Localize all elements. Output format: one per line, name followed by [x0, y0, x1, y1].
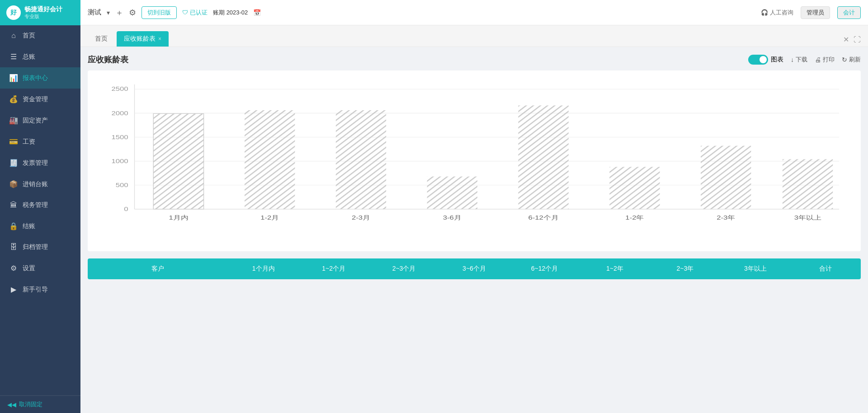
consult-btn[interactable]: 🎧 人工咨询: [761, 9, 793, 17]
settings-icon[interactable]: ⚙: [129, 8, 136, 18]
sidebar-item-trade[interactable]: 📦进销台账: [0, 174, 80, 195]
table-col-客户: 客户: [88, 258, 228, 279]
asset-icon: 🏭: [9, 116, 18, 125]
sidebar-label-archive: 归档管理: [23, 243, 48, 251]
svg-text:2-3月: 2-3月: [352, 215, 370, 221]
sidebar-label-ledger: 总账: [23, 53, 35, 61]
content-area: 应收账龄表 图表 ↓ 下载 🖨 打印 ↻: [80, 47, 868, 413]
sidebar-label-close: 结账: [23, 222, 35, 230]
download-icon: ↓: [791, 56, 794, 63]
print-btn[interactable]: 🖨 打印: [815, 56, 835, 64]
sidebar-item-guide[interactable]: ▶新手引导: [0, 279, 80, 300]
refresh-icon: ↻: [842, 56, 847, 63]
sidebar-item-fund[interactable]: 💰资金管理: [0, 89, 80, 110]
svg-text:0: 0: [124, 206, 128, 212]
download-btn[interactable]: ↓ 下载: [791, 56, 807, 64]
sidebar-label-payroll: 工资: [23, 138, 35, 146]
sidebar-item-close[interactable]: 🔒结账: [0, 216, 80, 237]
table-container: 客户1个月内1~2个月2~3个月3~6个月6~12个月1~2年2~3年3年以上合…: [88, 258, 861, 279]
manager-btn[interactable]: 管理员: [801, 6, 830, 19]
table-col-2~3个月: 2~3个月: [369, 258, 439, 279]
sidebar-item-payroll[interactable]: 💳工资: [0, 131, 80, 152]
sidebar-label-asset: 固定资产: [23, 117, 48, 125]
report-icon: 📊: [9, 74, 18, 82]
tabbar-right: ✕ ⛶: [843, 35, 861, 47]
tab-home[interactable]: 首页: [88, 31, 115, 47]
logo-area: 好 畅捷通好会计 专业版: [0, 0, 80, 25]
bar-chart: 0 500 1000 1500 2000 2500: [97, 80, 852, 233]
tax-icon: 🏛: [9, 201, 18, 209]
svg-text:2000: 2000: [111, 110, 128, 116]
pin-icon: ◀◀: [7, 401, 16, 408]
archive-icon: 🗄: [9, 243, 18, 251]
svg-rect-18: [518, 105, 568, 209]
svg-text:6-12个月: 6-12个月: [528, 215, 559, 221]
sidebar-item-archive[interactable]: 🗄归档管理: [0, 237, 80, 258]
chart-toggle-wrap: 图表: [748, 55, 783, 65]
fund-icon: 💰: [9, 95, 18, 103]
svg-text:500: 500: [116, 182, 128, 188]
shield-icon: 🛡: [182, 9, 188, 16]
page-actions: 图表 ↓ 下载 🖨 打印 ↻ 刷新: [748, 55, 861, 65]
chart-toggle[interactable]: [748, 55, 768, 65]
tabbar: 首页应收账龄表× ✕ ⛶: [80, 25, 868, 47]
period-label: 账期 2023-02: [213, 9, 248, 17]
table-col-1~2年: 1~2年: [580, 258, 650, 279]
settings-icon: ⚙: [9, 264, 18, 272]
logo-text: 畅捷通好会计 专业版: [24, 5, 62, 20]
topbar: 测试 ▾ ＋ ⚙ 切到旧版 🛡 已认证 账期 2023-02 📅 🎧 人工咨询 …: [80, 0, 868, 25]
svg-text:1000: 1000: [111, 158, 128, 164]
accountant-btn[interactable]: 会计: [837, 6, 861, 19]
table-col-1个月内: 1个月内: [228, 258, 298, 279]
add-button[interactable]: ＋: [115, 7, 123, 18]
ledger-icon: ☰: [9, 52, 18, 61]
guide-icon: ▶: [9, 285, 18, 294]
sidebar-label-guide: 新手引导: [23, 286, 48, 294]
close-window-icon[interactable]: ✕: [843, 35, 849, 44]
page-content: 应收账龄表 图表 ↓ 下载 🖨 打印 ↻: [80, 47, 868, 413]
sidebar-item-tax[interactable]: 🏛税务管理: [0, 195, 80, 216]
expand-icon[interactable]: ⛶: [854, 36, 861, 44]
tab-aging[interactable]: 应收账龄表×: [117, 31, 169, 47]
cancel-fixed-btn[interactable]: ◀◀ 取消固定: [0, 395, 80, 413]
page-header: 应收账龄表 图表 ↓ 下载 🖨 打印 ↻: [88, 54, 861, 65]
svg-rect-14: [153, 113, 203, 209]
table-header: 客户1个月内1~2个月2~3个月3~6个月6~12个月1~2年2~3年3年以上合…: [88, 258, 861, 279]
sidebar-item-invoice[interactable]: 🧾发票管理: [0, 152, 80, 174]
svg-text:1-2月: 1-2月: [260, 215, 279, 221]
svg-text:3年以上: 3年以上: [794, 215, 821, 221]
sidebar-item-home[interactable]: ⌂首页: [0, 25, 80, 46]
workspace-dropdown[interactable]: ▾: [107, 9, 110, 16]
svg-text:2500: 2500: [111, 86, 128, 92]
calendar-icon[interactable]: 📅: [253, 9, 261, 16]
trade-icon: 📦: [9, 180, 18, 188]
chart-wrap: 0 500 1000 1500 2000 2500: [97, 80, 852, 233]
home-icon: ⌂: [9, 32, 18, 40]
sidebar-item-report[interactable]: 📊报表中心: [0, 67, 80, 89]
svg-rect-21: [783, 159, 833, 209]
svg-text:1-2年: 1-2年: [625, 215, 644, 221]
topbar-right: 🎧 人工咨询 管理员 会计: [761, 6, 861, 19]
table-col-3~6个月: 3~6个月: [439, 258, 509, 279]
sidebar-scroll: ⌂首页☰总账📊报表中心💰资金管理🏭固定资产💳工资🧾发票管理📦进销台账🏛税务管理🔒…: [0, 25, 80, 395]
refresh-btn[interactable]: ↻ 刷新: [842, 56, 861, 64]
invoice-icon: 🧾: [9, 159, 18, 167]
sidebar-label-trade: 进销台账: [23, 180, 48, 188]
sidebar-label-invoice: 发票管理: [23, 159, 48, 167]
tab-close-aging[interactable]: ×: [158, 36, 161, 42]
tab-label-home: 首页: [95, 35, 108, 43]
table-col-2~3年: 2~3年: [650, 258, 720, 279]
table-col-3年以上: 3年以上: [720, 258, 790, 279]
sidebar: 好 畅捷通好会计 专业版 ⌂首页☰总账📊报表中心💰资金管理🏭固定资产💳工资🧾发票…: [0, 0, 80, 413]
svg-rect-20: [701, 146, 751, 209]
svg-text:1月内: 1月内: [169, 215, 188, 221]
table-col-合计: 合计: [791, 258, 861, 279]
sidebar-item-settings[interactable]: ⚙设置: [0, 258, 80, 279]
table-col-6~12个月: 6~12个月: [509, 258, 580, 279]
svg-text:2-3年: 2-3年: [717, 215, 735, 221]
switch-version-btn[interactable]: 切到旧版: [142, 6, 177, 19]
sidebar-item-asset[interactable]: 🏭固定资产: [0, 110, 80, 131]
sidebar-item-ledger[interactable]: ☰总账: [0, 46, 80, 67]
print-icon: 🖨: [815, 56, 821, 63]
svg-text:3-6月: 3-6月: [443, 215, 462, 221]
